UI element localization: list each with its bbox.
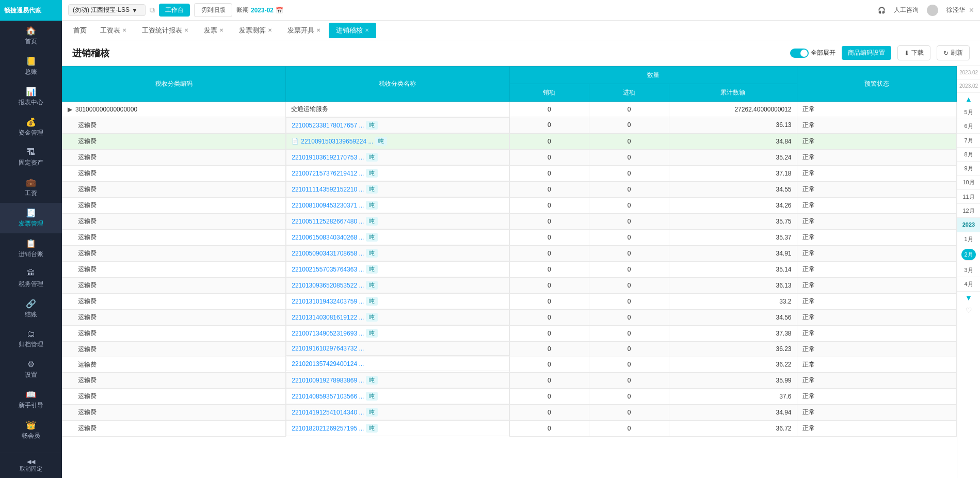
- table-row[interactable]: 运输费2210131019432403759 ...吨0033.2正常: [62, 293, 957, 309]
- table-row[interactable]: 运输费2210140859357103566 ...吨0037.6正常: [62, 388, 957, 404]
- month-9[interactable]: 9月: [957, 162, 980, 176]
- tab-payroll-table[interactable]: 工资表 ✕: [93, 23, 134, 38]
- workbench-button[interactable]: 工作台: [159, 4, 190, 17]
- invoice-number[interactable]: 2210050903431708658 ...: [292, 250, 364, 257]
- sidebar-item-invoice[interactable]: 🧾 发票管理: [0, 203, 62, 233]
- invoice-number[interactable]: 2210081009453230371 ...: [292, 202, 364, 209]
- switch-version-button[interactable]: 切到旧版: [194, 3, 232, 17]
- table-row[interactable]: 运输费2210191036192170753 ...吨0035.24正常: [62, 149, 957, 165]
- sidebar-item-ledger[interactable]: 📒 总账: [0, 51, 62, 82]
- invoice-number[interactable]: 2210061508340340268 ...: [292, 234, 364, 241]
- table-row[interactable]: 运输费2210130936520853522 ...吨0036.13正常: [62, 277, 957, 293]
- active-month-2[interactable]: 2月: [961, 249, 976, 261]
- table-row[interactable]: 运输费2210051125282667480 ...吨0035.75正常: [62, 213, 957, 229]
- table-row[interactable]: 运输费2210071349052319693 ...吨0037.38正常: [62, 325, 957, 341]
- table-row[interactable]: 运输费📄2210091503139659224 ...吨0034.84正常: [62, 133, 957, 149]
- tab-sales-reconcile[interactable]: 进销稽核 ✕: [329, 23, 376, 38]
- calendar-icon[interactable]: 📅: [276, 7, 283, 14]
- expand-all-toggle[interactable]: 全部展开: [790, 49, 836, 58]
- month-3[interactable]: 3月: [957, 263, 980, 277]
- month-7[interactable]: 7月: [957, 134, 980, 148]
- company-selector[interactable]: (勿动) 江西报宝-LSS ▼: [68, 4, 146, 16]
- sidebar-item-assets[interactable]: 🏗 固定资产: [0, 142, 62, 172]
- close-button[interactable]: ×: [969, 6, 974, 15]
- month-6[interactable]: 6月: [957, 119, 980, 133]
- invoice-number[interactable]: 2210100919278983869 ...: [292, 377, 364, 384]
- favorite-icon[interactable]: ♡: [957, 304, 980, 316]
- table-row[interactable]: 运输费2210081009453230371 ...吨0034.26正常: [62, 197, 957, 213]
- sidebar-item-settings[interactable]: ⚙ 设置: [0, 354, 62, 385]
- sidebar-item-member[interactable]: 👑 畅会员: [0, 415, 62, 445]
- invoice-number[interactable]: 2210021557035764363 ...: [292, 266, 364, 273]
- month-12[interactable]: 12月: [957, 204, 980, 218]
- scroll-down-icon[interactable]: ▼: [957, 292, 980, 304]
- table-wrapper[interactable]: 税收分类编码 税收分类名称 数量 预警状态 销项 进项 累计数额 ▶301000…: [62, 66, 957, 478]
- tab-home[interactable]: 首页: [68, 23, 92, 38]
- sidebar-item-tax[interactable]: 🏛 税务管理: [0, 264, 62, 294]
- table-row[interactable]: 运输费2210182021269257195 ...吨0036.72正常: [62, 420, 957, 436]
- product-code-settings-button[interactable]: 商品编码设置: [842, 46, 891, 60]
- invoice-number[interactable]: 2210191610297643732 ...: [292, 345, 364, 352]
- invoice-number[interactable]: 2210052338178017657 ...: [292, 122, 364, 129]
- tab-close-icon[interactable]: ✕: [122, 27, 126, 33]
- sidebar-item-funds[interactable]: 💰 资金管理: [0, 112, 62, 142]
- invoice-number[interactable]: 2210131403081619122 ...: [292, 314, 364, 321]
- tab-payroll-stats[interactable]: 工资统计报表 ✕: [135, 23, 196, 38]
- invoice-number[interactable]: 2210111143592152210 ...: [292, 186, 364, 193]
- table-row[interactable]: 运输费2210131403081619122 ...吨0034.56正常: [62, 309, 957, 325]
- tab-close-icon[interactable]: ✕: [184, 27, 188, 33]
- table-row[interactable]: 运输费2210050903431708658 ...吨0034.91正常: [62, 245, 957, 261]
- tab-invoice-issue[interactable]: 发票开具 ✕: [280, 23, 328, 38]
- invoice-number[interactable]: 2210051125282667480 ...: [292, 218, 364, 225]
- invoice-number[interactable]: 2210091503139659224 ...: [301, 138, 373, 145]
- month-11[interactable]: 11月: [957, 190, 980, 204]
- sidebar-item-home[interactable]: 🏠 首页: [0, 21, 62, 51]
- tab-close-icon[interactable]: ✕: [316, 27, 320, 33]
- table-row[interactable]: 运输费2210201357429400124 ...0036.22正常: [62, 357, 957, 372]
- sidebar-item-sales-ledger[interactable]: 📋 进销台账: [0, 233, 62, 264]
- month-1[interactable]: 1月: [957, 232, 980, 246]
- table-row[interactable]: 运输费2210072157376219412 ...吨0037.18正常: [62, 165, 957, 181]
- table-row[interactable]: 运输费2210141912541014340 ...吨0034.94正常: [62, 404, 957, 420]
- table-row[interactable]: ▶301000000000000000交通运输服务0027262.4000000…: [62, 102, 957, 117]
- expand-icon[interactable]: ▶: [68, 106, 72, 113]
- support-label[interactable]: 人工咨询: [894, 6, 919, 14]
- sidebar-item-payroll[interactable]: 💼 工资: [0, 172, 62, 203]
- sidebar-item-reports[interactable]: 📊 报表中心: [0, 82, 62, 112]
- invoice-number[interactable]: 2210141912541014340 ...: [292, 409, 364, 416]
- scroll-up-icon[interactable]: ▲: [957, 93, 980, 105]
- invoice-number[interactable]: 2210182021269257195 ...: [292, 425, 364, 432]
- invoice-number[interactable]: 2210131019432403759 ...: [292, 298, 364, 305]
- sidebar-item-guide[interactable]: 📖 新手引导: [0, 385, 62, 415]
- tab-close-icon[interactable]: ✕: [219, 27, 223, 33]
- table-row[interactable]: 运输费2210100919278983869 ...吨0035.99正常: [62, 372, 957, 388]
- table-row[interactable]: 运输费2210061508340340268 ...吨0035.37正常: [62, 229, 957, 245]
- month-4[interactable]: 4月: [957, 277, 980, 291]
- invoice-number[interactable]: 2210071349052319693 ...: [292, 330, 364, 337]
- month-10[interactable]: 10月: [957, 176, 980, 189]
- refresh-button[interactable]: ↻ 刷新: [937, 45, 970, 60]
- tab-close-icon[interactable]: ✕: [365, 27, 369, 33]
- cell-sales: 0: [509, 388, 589, 404]
- toggle-switch[interactable]: [790, 49, 809, 58]
- sidebar-item-checkout[interactable]: 🔗 结账: [0, 294, 62, 324]
- table-row[interactable]: 运输费2210191610297643732 ...0036.23正常: [62, 341, 957, 357]
- invoice-number[interactable]: 2210191036192170753 ...: [292, 154, 364, 161]
- table-row[interactable]: 运输费2210052338178017657 ...吨0036.13正常: [62, 117, 957, 134]
- copy-icon[interactable]: ⧉: [150, 6, 155, 14]
- sidebar-footer-unpin[interactable]: ◀◀ 取消固定: [0, 453, 62, 478]
- tab-invoice-calc[interactable]: 发票测算 ✕: [232, 23, 279, 38]
- invoice-number[interactable]: 2210140859357103566 ...: [292, 393, 364, 400]
- table-row[interactable]: 运输费2210021557035764363 ...吨0035.14正常: [62, 261, 957, 277]
- invoice-number[interactable]: 2210201357429400124 ...: [292, 360, 364, 368]
- tab-invoice[interactable]: 发票 ✕: [197, 23, 231, 38]
- invoice-number[interactable]: 2210072157376219412 ...: [292, 170, 364, 177]
- table-row[interactable]: 运输费2210111143592152210 ...吨0034.55正常: [62, 181, 957, 197]
- sidebar-item-archive[interactable]: 🗂 归档管理: [0, 324, 62, 354]
- funds-icon: 💰: [26, 117, 36, 127]
- month-5[interactable]: 5月: [957, 105, 980, 119]
- download-button[interactable]: ⬇ 下载: [897, 45, 930, 60]
- tab-close-icon[interactable]: ✕: [268, 27, 272, 33]
- invoice-number[interactable]: 2210130936520853522 ...: [292, 282, 364, 289]
- month-8[interactable]: 8月: [957, 148, 980, 162]
